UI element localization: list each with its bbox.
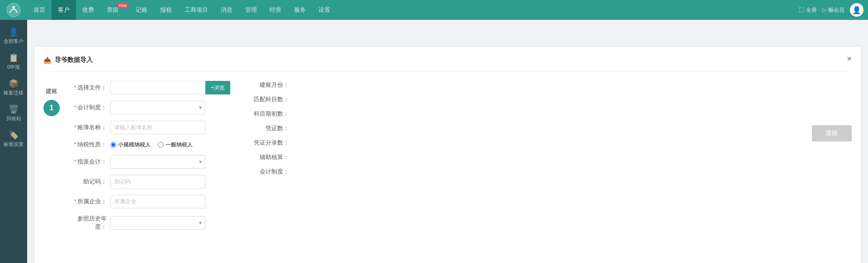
- nav-billing[interactable]: 收费: [76, 0, 100, 20]
- tax-type-row: *纳税性质： 小规模纳税人 一般纳税人: [71, 141, 230, 149]
- svg-point-0: [7, 3, 20, 17]
- sidebar-item-recycle[interactable]: 🗑️ 回收站: [0, 101, 27, 127]
- general-tax-option[interactable]: 一般纳税人: [158, 141, 193, 149]
- right-accounting-system-label: 会计制度：: [248, 168, 289, 176]
- browse-button[interactable]: +浏览: [205, 81, 230, 94]
- small-tax-option[interactable]: 小规模纳税人: [110, 141, 151, 149]
- accountant-select[interactable]: [110, 155, 205, 169]
- nav-settings[interactable]: 设置: [312, 0, 337, 20]
- nav-home[interactable]: 首页: [27, 0, 52, 20]
- nav-right: ⛶ 全屏 ▷ 畅会员 👤: [799, 3, 863, 17]
- form-left: 建账 1 *选择文件： +浏览: [43, 81, 230, 231]
- accounting-system-select[interactable]: [110, 101, 205, 114]
- svg-point-1: [12, 6, 15, 9]
- file-select-row: *选择文件： +浏览: [71, 81, 230, 94]
- nav-message[interactable]: 消息: [214, 0, 239, 20]
- initial-subjects-label: 科目期初数：: [248, 110, 289, 118]
- sidebar-item-migration[interactable]: 📦 账套迁移: [0, 75, 27, 101]
- all-clients-icon: 👤: [9, 28, 19, 36]
- memo-row: 助记码：: [71, 175, 230, 188]
- memo-label: 助记码：: [71, 178, 107, 186]
- vouchers-row: 凭证数：: [248, 124, 852, 132]
- sidebar-item-declaration[interactable]: 📋 0申报: [0, 49, 27, 75]
- form-rows: *选择文件： +浏览 *会计制度：: [71, 81, 230, 231]
- nav-tax[interactable]: 报税: [154, 0, 178, 20]
- history-year-row: 参照历史年度：: [71, 215, 230, 231]
- accounting-system-row: *会计制度：: [71, 101, 230, 114]
- voucher-records-row: 凭证分录数：: [248, 139, 803, 147]
- file-input[interactable]: [110, 81, 205, 94]
- ledger-name-label: *账簿名称：: [71, 123, 107, 132]
- sidebar: 👤 全部客户 📋 0申报 📦 账套迁移 🗑️ 回收站 🏷️ 标签设置: [0, 20, 27, 263]
- section-label: 建账: [46, 87, 57, 95]
- sidebar-item-all-clients[interactable]: 👤 全部客户: [0, 23, 27, 49]
- history-year-label: 参照历史年度：: [71, 215, 107, 231]
- dialog-card: 📤 导爷数据导入 × 建账 1 *选择文件：: [34, 47, 861, 263]
- close-button[interactable]: ×: [847, 54, 852, 64]
- ledger-name-input[interactable]: [110, 121, 205, 134]
- migration-icon: 📦: [9, 80, 19, 88]
- right-accounting-system-row: 会计制度：: [248, 168, 803, 176]
- fullscreen-icon: ⛶: [799, 7, 804, 13]
- main-content: 📤 导爷数据导入 × 建账 1 *选择文件：: [27, 40, 868, 263]
- nav-manage[interactable]: 管理: [239, 0, 263, 20]
- member-btn[interactable]: ▷ 畅会员: [822, 6, 844, 14]
- logo: [5, 1, 23, 19]
- match-subjects-row: 匹配科目数：: [248, 95, 852, 103]
- account-month-row: 建账月份：: [248, 81, 852, 89]
- step-badge: 1: [43, 100, 60, 116]
- small-tax-radio[interactable]: [110, 142, 116, 148]
- nav-operation[interactable]: 经营: [263, 0, 288, 20]
- recycle-icon: 🗑️: [9, 105, 19, 113]
- form-container: 建账 1 *选择文件： +浏览: [43, 81, 852, 231]
- aux-accounting-label: 辅助核算：: [248, 153, 289, 161]
- account-month-label: 建账月份：: [248, 81, 289, 89]
- accountant-select-wrapper: [110, 155, 205, 169]
- right-form-rows: 建账月份： 匹配科目数： 科目期初数： 凭证数：: [248, 81, 852, 176]
- company-label: *所属企业：: [71, 197, 107, 206]
- nav-bookkeeping[interactable]: 记账: [129, 0, 154, 20]
- voucher-records-label: 凭证分录数：: [248, 139, 289, 147]
- declaration-icon: 📋: [9, 54, 19, 62]
- tax-type-radio-group: 小规模纳税人 一般纳税人: [110, 141, 193, 149]
- general-tax-radio[interactable]: [158, 142, 164, 148]
- history-year-select-wrapper: [110, 216, 205, 230]
- tax-type-label: *纳税性质：: [71, 141, 107, 149]
- play-icon: ▷: [822, 7, 826, 13]
- nav-clients[interactable]: 客户: [52, 0, 76, 20]
- create-account-button[interactable]: 建账: [812, 125, 852, 141]
- dialog-header: 📤 导爷数据导入: [43, 56, 852, 72]
- vouchers-label: 凭证数：: [248, 124, 289, 132]
- file-input-group: +浏览: [110, 81, 230, 94]
- form-right: 建账月份： 匹配科目数： 科目期初数： 凭证数：: [248, 81, 852, 231]
- sidebar-item-tags[interactable]: 🏷️ 标签设置: [0, 127, 27, 152]
- avatar[interactable]: 👤: [850, 3, 863, 17]
- dialog-title-icon: 📤: [43, 56, 51, 64]
- initial-subjects-row: 科目期初数：: [248, 110, 852, 118]
- fullscreen-btn[interactable]: ⛶ 全屏: [799, 6, 817, 14]
- accounting-system-label: *会计制度：: [71, 103, 107, 112]
- aux-accounting-row: 辅助核算：: [248, 153, 803, 161]
- accounting-system-select-wrapper: [110, 101, 205, 114]
- memo-input[interactable]: [110, 175, 205, 188]
- match-subjects-label: 匹配科目数：: [248, 95, 289, 103]
- file-label: *选择文件：: [71, 84, 107, 92]
- ledger-name-row: *账簿名称：: [71, 121, 230, 134]
- nav-invoice[interactable]: 票据 new: [100, 0, 129, 20]
- top-nav: 首页 客户 收费 票据 new 记账 报税 工商项目 消息 管理 经营 服务 设…: [0, 0, 868, 20]
- company-input[interactable]: [110, 195, 205, 208]
- nav-service[interactable]: 服务: [288, 0, 312, 20]
- accountant-label: *指派会计：: [71, 158, 107, 166]
- company-row: *所属企业：: [71, 195, 230, 208]
- nav-business[interactable]: 工商项目: [178, 0, 214, 20]
- history-year-select[interactable]: [110, 216, 205, 230]
- dialog-title: 导爷数据导入: [55, 56, 93, 64]
- new-badge: new: [117, 3, 128, 8]
- avatar-icon: 👤: [852, 6, 861, 14]
- accountant-row: *指派会计：: [71, 155, 230, 169]
- tag-icon: 🏷️: [9, 131, 19, 139]
